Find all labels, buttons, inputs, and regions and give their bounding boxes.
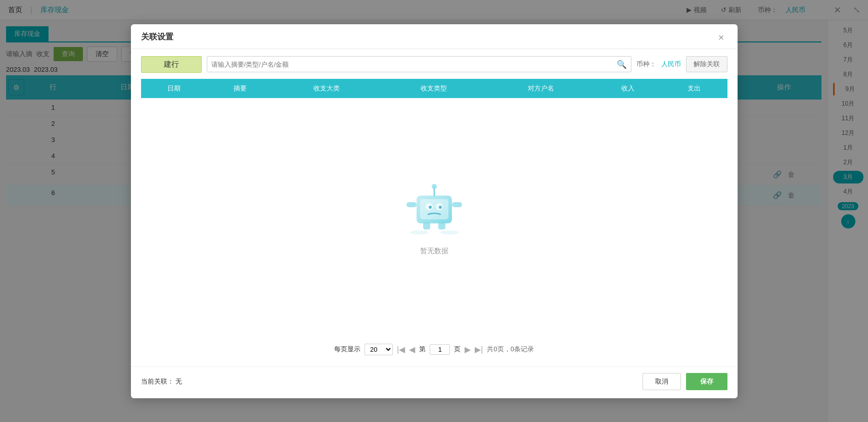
table-header-row: 日期 摘要 收支大类 收支类型 对方户名 收入 支出 bbox=[141, 79, 727, 98]
modal-search-input[interactable] bbox=[211, 61, 617, 68]
unlink-button[interactable]: 解除关联 bbox=[686, 56, 727, 72]
last-page-button[interactable]: ▶| bbox=[475, 345, 483, 354]
save-button[interactable]: 保存 bbox=[686, 373, 727, 390]
svg-rect-9 bbox=[452, 202, 462, 207]
modal-table: 日期 摘要 收支大类 收支类型 对方户名 收入 支出 bbox=[141, 79, 727, 98]
first-page-button[interactable]: |◀ bbox=[397, 345, 405, 354]
modal-close-button[interactable]: × bbox=[715, 31, 727, 43]
page-label: 第 bbox=[419, 345, 426, 354]
cancel-button[interactable]: 取消 bbox=[643, 373, 681, 390]
search-icon[interactable]: 🔍 bbox=[617, 60, 627, 69]
link-settings-modal: 关联设置 × 建行 🔍 币种： 人民币 解除关联 日期 摘要 收支大类 收支类型 bbox=[131, 24, 738, 398]
modal-body: 建行 🔍 币种： 人民币 解除关联 日期 摘要 收支大类 收支类型 对方户名 收… bbox=[131, 49, 738, 366]
modal-currency-value: 人民币 bbox=[661, 60, 681, 69]
empty-robot-illustration bbox=[404, 178, 465, 239]
modal-title: 关联设置 bbox=[141, 32, 173, 42]
svg-point-7 bbox=[432, 184, 437, 189]
col-income: 收入 bbox=[595, 79, 661, 98]
col-type: 收支类型 bbox=[380, 79, 487, 98]
svg-rect-11 bbox=[438, 222, 445, 229]
col-summary: 摘要 bbox=[207, 79, 273, 98]
svg-rect-1 bbox=[420, 199, 448, 219]
empty-state: 暂无数据 bbox=[141, 98, 727, 336]
col-category: 收支大类 bbox=[273, 79, 380, 98]
col-date: 日期 bbox=[141, 79, 207, 98]
svg-rect-10 bbox=[423, 222, 430, 229]
next-page-button[interactable]: ▶ bbox=[465, 345, 471, 354]
svg-rect-8 bbox=[406, 202, 417, 207]
col-expense: 支出 bbox=[661, 79, 727, 98]
modal-total: 共0页，0条记录 bbox=[487, 345, 533, 354]
modal-pagination: 每页显示 20 50 100 |◀ ◀ 第 页 ▶ ▶| 共0页，0条记录 bbox=[141, 336, 727, 359]
svg-point-4 bbox=[429, 206, 432, 209]
modal-footer: 当前关联： 无 取消 保存 bbox=[131, 366, 738, 398]
prev-page-button[interactable]: ◀ bbox=[409, 345, 415, 354]
modal-page-size-select[interactable]: 20 50 100 bbox=[364, 344, 393, 355]
per-page-label: 每页显示 bbox=[334, 345, 360, 354]
empty-text: 暂无数据 bbox=[420, 247, 448, 256]
current-link-value: 无 bbox=[175, 378, 182, 385]
svg-point-5 bbox=[439, 206, 442, 209]
svg-point-13 bbox=[440, 230, 459, 235]
modal-toolbar: 建行 🔍 币种： 人民币 解除关联 bbox=[141, 56, 727, 73]
modal-currency-label: 币种： bbox=[636, 60, 656, 69]
modal-search-box: 🔍 bbox=[207, 56, 631, 72]
current-link-label: 当前关联： bbox=[141, 378, 174, 385]
footer-buttons: 取消 保存 bbox=[643, 373, 727, 390]
bank-tag: 建行 bbox=[141, 56, 202, 73]
modal-page-input[interactable] bbox=[430, 344, 450, 355]
current-link-area: 当前关联： 无 bbox=[141, 377, 182, 386]
col-counterpart: 对方户名 bbox=[487, 79, 595, 98]
svg-point-12 bbox=[410, 230, 428, 235]
page-unit: 页 bbox=[454, 345, 461, 354]
modal-header: 关联设置 × bbox=[131, 24, 738, 49]
